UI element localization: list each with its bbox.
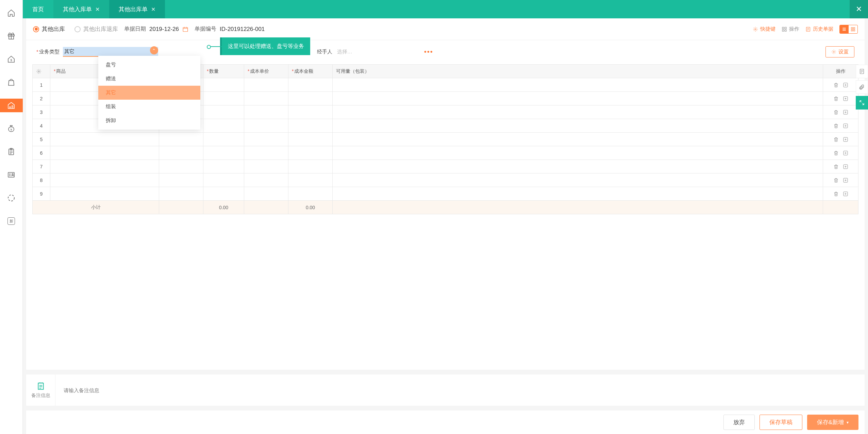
delete-row-icon[interactable] [833,137,839,142]
cell-available[interactable] [333,119,823,133]
sidebar-warehouse-icon[interactable] [0,99,23,112]
radio-other-out-return[interactable]: 其他出库退库 [74,25,118,33]
cell-cost-amount[interactable] [288,187,333,201]
calendar-icon[interactable] [182,26,188,32]
sidebar-clipboard-icon[interactable] [0,145,23,158]
cell-cost-amount[interactable] [288,133,333,146]
sidebar-house-dollar-icon[interactable]: $ [0,52,23,66]
delete-row-icon[interactable] [833,96,839,101]
table-row[interactable]: 8 [33,173,858,187]
discard-button[interactable]: 放弃 [723,415,755,430]
add-row-icon[interactable] [843,150,848,156]
add-row-icon[interactable] [843,178,848,183]
cell-qty[interactable] [203,105,244,119]
save-draft-button[interactable]: 保存草稿 [760,415,802,430]
cell-cost-price[interactable] [244,160,288,173]
cell-cost-amount[interactable] [288,92,333,105]
more-fields-2[interactable]: ••• [424,48,433,56]
save-new-button[interactable]: 保存&新增 ▾ [807,415,858,430]
dropdown-option[interactable]: 组装 [98,100,200,114]
cell-qty[interactable] [203,187,244,201]
cell-qty[interactable] [203,146,244,160]
delete-row-icon[interactable] [833,164,839,169]
cell-cost-amount[interactable] [288,105,333,119]
cell-qty[interactable] [203,173,244,187]
remark-input[interactable] [55,374,865,406]
cell-product[interactable] [50,173,159,187]
cell-available[interactable] [333,78,823,92]
cell-stock-unit[interactable] [159,133,203,146]
sidebar-home-icon[interactable] [0,6,23,20]
tab-other-in[interactable]: 其他入库单✕ [53,0,109,18]
cell-available[interactable] [333,146,823,160]
delete-row-icon[interactable] [833,150,839,156]
add-row-icon[interactable] [843,164,848,169]
history-button[interactable]: 历史单据 [805,26,833,32]
cell-cost-price[interactable] [244,119,288,133]
cell-qty[interactable] [203,92,244,105]
tab-other-out[interactable]: 其他出库单✕ [109,0,165,18]
delete-row-icon[interactable] [833,82,839,88]
th-gear[interactable] [33,65,50,78]
sidebar-id-card-icon[interactable] [0,168,23,182]
sidebar-gift-icon[interactable] [0,29,23,43]
chevron-up-icon[interactable]: ⌃ [150,46,158,54]
cell-product[interactable] [50,146,159,160]
add-row-icon[interactable] [843,110,848,115]
doc-date-value[interactable]: 2019-12-26 [149,26,179,33]
cell-qty[interactable] [203,119,244,133]
cell-qty[interactable] [203,160,244,173]
operate-button[interactable]: 操作 [782,26,799,32]
settings-button[interactable]: 设置 [825,46,854,57]
cell-cost-price[interactable] [244,187,288,201]
cell-product[interactable] [50,187,159,201]
sidebar-loading-icon[interactable] [0,191,23,205]
cell-cost-amount[interactable] [288,146,333,160]
delete-row-icon[interactable] [833,191,839,197]
cell-available[interactable] [333,160,823,173]
tab-home[interactable]: 首页 [23,0,53,18]
dropdown-option[interactable]: 赠送 [98,72,200,86]
delete-row-icon[interactable] [833,178,839,183]
cell-available[interactable] [333,92,823,105]
delete-row-icon[interactable] [833,123,839,129]
close-icon[interactable]: ✕ [95,6,100,13]
table-row[interactable]: 5 [33,133,858,146]
shortcut-button[interactable]: 快捷键 [753,26,775,32]
cell-product[interactable] [50,133,159,146]
cell-available[interactable] [333,105,823,119]
cell-cost-amount[interactable] [288,160,333,173]
table-row[interactable]: 6 [33,146,858,160]
cell-cost-price[interactable] [244,133,288,146]
add-row-icon[interactable] [843,137,848,142]
cell-cost-amount[interactable] [288,173,333,187]
view-list-icon[interactable] [840,25,849,33]
table-row[interactable]: 7 [33,160,858,173]
cell-available[interactable] [333,173,823,187]
cell-cost-price[interactable] [244,92,288,105]
cell-available[interactable] [333,187,823,201]
cell-cost-price[interactable] [244,173,288,187]
right-expand-icon[interactable] [856,96,868,110]
add-row-icon[interactable] [843,96,848,101]
cell-stock-unit[interactable] [159,173,203,187]
handler-select[interactable]: 选择… [336,47,417,57]
cell-stock-unit[interactable] [159,187,203,201]
cell-cost-price[interactable] [244,105,288,119]
cell-cost-price[interactable] [244,146,288,160]
dropdown-option-selected[interactable]: 其它 [98,86,200,100]
add-row-icon[interactable] [843,82,848,88]
cell-stock-unit[interactable] [159,146,203,160]
cell-qty[interactable] [203,78,244,92]
biz-type-select[interactable]: 其它 ⌃ [63,47,158,57]
radio-other-out[interactable]: 其他出库 [33,25,65,33]
add-row-icon[interactable] [843,191,848,197]
cell-stock-unit[interactable] [159,160,203,173]
close-all-tabs[interactable]: ✕ [850,0,868,18]
close-icon[interactable]: ✕ [151,6,155,13]
cell-cost-amount[interactable] [288,78,333,92]
table-row[interactable]: 9 [33,187,858,201]
cell-available[interactable] [333,133,823,146]
cell-qty[interactable] [203,133,244,146]
sidebar-moneybag-icon[interactable]: ¥ [0,122,23,135]
